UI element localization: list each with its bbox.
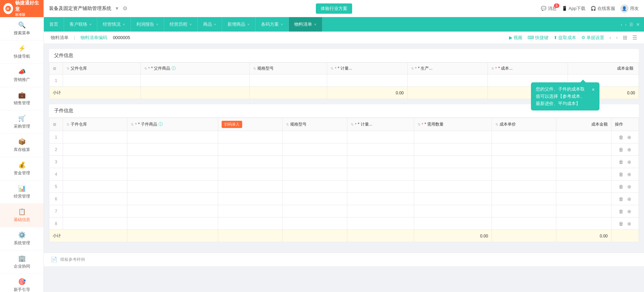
sort-icon[interactable]: ⇅	[411, 67, 414, 70]
child-product-cell-1[interactable]	[127, 131, 218, 143]
sort-icon[interactable]: ⇅	[495, 122, 498, 126]
copy-button-8[interactable]: ⊕	[626, 220, 633, 227]
sort-icon[interactable]: ⇅	[131, 122, 134, 126]
child-warehouse-cell-6[interactable]	[63, 193, 127, 205]
sidebar-item-system[interactable]: ⚙️ 系统管理	[0, 227, 44, 250]
tab-next-icon[interactable]: ›	[624, 22, 628, 27]
sort-icon[interactable]: ⇅	[351, 122, 354, 126]
child-warehouse-cell-8[interactable]	[63, 218, 127, 230]
tab-customer[interactable]: 客户联络 ×	[64, 17, 97, 32]
parent-warehouse-cell[interactable]	[63, 74, 141, 87]
tab-history[interactable]: 经营历程 ×	[164, 17, 197, 32]
child-unit-cost-cell-8[interactable]	[492, 218, 556, 230]
child-unit-cost-cell-4[interactable]	[492, 168, 556, 180]
child-unit-cost-cell-3[interactable]	[492, 156, 556, 168]
sort-icon[interactable]: ⇅	[491, 67, 494, 70]
sidebar-item-quick-nav[interactable]: ⚡ 快捷导航	[0, 40, 44, 64]
nav-prev-button[interactable]: ‹	[609, 35, 611, 40]
sort-icon[interactable]: ⇅	[144, 67, 147, 70]
child-spec-cell-2[interactable]	[283, 143, 347, 156]
grid-view-icon[interactable]: ⊞	[623, 34, 627, 41]
tab-bom[interactable]: 物料清单 ×	[289, 17, 322, 32]
child-spec-cell-1[interactable]	[283, 131, 347, 143]
child-spec-cell-4[interactable]	[283, 168, 347, 180]
sidebar-item-sales[interactable]: 💼 销售管理	[0, 87, 44, 110]
breadcrumb-list[interactable]: 物料清单	[51, 35, 69, 41]
child-quantity-cell-4[interactable]	[414, 168, 492, 180]
settings-icon[interactable]: ⚙	[123, 5, 127, 12]
sort-icon[interactable]: ⇅	[286, 122, 289, 126]
child-quantity-cell-3[interactable]	[414, 156, 492, 168]
trial-button[interactable]: 体验行业方案	[316, 3, 352, 14]
child-quantity-cell-6[interactable]	[414, 193, 492, 205]
child-product-cell-5[interactable]	[127, 180, 218, 193]
child-unit-cost-cell-5[interactable]	[492, 180, 556, 193]
tab-profit-close[interactable]: ×	[156, 22, 158, 26]
child-unit-cost-cell-7[interactable]	[492, 205, 556, 218]
view-video-button[interactable]: ▶ 视频	[509, 35, 522, 41]
copy-button-2[interactable]: ⊕	[626, 146, 633, 153]
list-view-icon[interactable]: ☰	[632, 34, 637, 41]
child-spec-cell-7[interactable]	[283, 205, 347, 218]
delete-button-6[interactable]: 🗑	[617, 196, 625, 202]
app-download-button[interactable]: 📱 App下载	[562, 5, 585, 12]
single-settings-button[interactable]: ⚙ 单据设置	[581, 35, 604, 41]
product-help-icon[interactable]: ⓘ	[172, 66, 176, 71]
child-warehouse-cell-3[interactable]	[63, 156, 127, 168]
delete-button-5[interactable]: 🗑	[617, 183, 625, 190]
child-product-cell-3[interactable]	[127, 156, 218, 168]
message-button[interactable]: 💬 6 消息	[541, 5, 557, 12]
child-unit-cell-4[interactable]	[347, 168, 414, 180]
delete-button-7[interactable]: 🗑	[617, 208, 625, 215]
sort-icon[interactable]: ⇅	[253, 67, 256, 70]
online-service-button[interactable]: 🎧 在线客服	[591, 5, 615, 12]
scan-input-button[interactable]: 扫码录入	[222, 121, 242, 128]
child-warehouse-cell-7[interactable]	[63, 205, 127, 218]
parent-production-cell[interactable]	[407, 74, 487, 87]
tab-barcode-close[interactable]: ×	[281, 22, 283, 26]
child-spec-cell-5[interactable]	[283, 180, 347, 193]
delete-button-8[interactable]: 🗑	[617, 220, 625, 227]
delete-button-1[interactable]: 🗑	[617, 134, 625, 141]
tab-home[interactable]: 首页	[44, 17, 64, 32]
tab-history-close[interactable]: ×	[189, 22, 191, 26]
user-button[interactable]: 👤 用友	[620, 4, 639, 13]
child-product-cell-2[interactable]	[127, 143, 218, 156]
child-quantity-cell-1[interactable]	[414, 131, 492, 143]
sidebar-item-purchase[interactable]: 🛒 采购管理	[0, 110, 44, 134]
child-spec-cell-3[interactable]	[283, 156, 347, 168]
tab-new-goods[interactable]: 新增商品 ×	[222, 17, 255, 32]
child-unit-cost-cell-6[interactable]	[492, 193, 556, 205]
child-unit-cell-6[interactable]	[347, 193, 414, 205]
sidebar-item-guide[interactable]: 🎯 新手引导	[0, 274, 44, 292]
delete-button-2[interactable]: 🗑	[617, 146, 625, 153]
sidebar-item-enterprise[interactable]: 🏢 企业协同	[0, 250, 44, 274]
child-warehouse-cell-4[interactable]	[63, 168, 127, 180]
child-warehouse-cell-5[interactable]	[63, 180, 127, 193]
tab-prev-icon[interactable]: ‹	[619, 22, 623, 27]
tab-bom-close[interactable]: ×	[314, 22, 316, 26]
child-warehouse-cell-2[interactable]	[63, 143, 127, 156]
child-unit-cell-8[interactable]	[347, 218, 414, 230]
delete-button-4[interactable]: 🗑	[617, 171, 625, 178]
tab-goods-close[interactable]: ×	[214, 22, 216, 26]
child-unit-cost-cell-2[interactable]	[492, 143, 556, 156]
sidebar-item-operation[interactable]: 📊 经营管理	[0, 180, 44, 204]
child-product-cell-6[interactable]	[127, 193, 218, 205]
child-spec-cell-8[interactable]	[283, 218, 347, 230]
child-product-cell-8[interactable]	[127, 218, 218, 230]
tab-close-all-icon[interactable]: ✕	[635, 22, 641, 27]
copy-button-1[interactable]: ⊕	[626, 134, 633, 141]
sidebar-item-inventory[interactable]: 📦 库存核算	[0, 134, 44, 157]
tab-customer-close[interactable]: ×	[89, 22, 91, 26]
breadcrumb-edit[interactable]: 物料清单编码	[80, 35, 107, 41]
copy-button-4[interactable]: ⊕	[626, 171, 633, 178]
sort-icon[interactable]: ⇅	[66, 122, 69, 126]
copy-button-5[interactable]: ⊕	[626, 183, 633, 190]
sidebar-item-basic-info[interactable]: 📋 基础信息	[0, 204, 44, 227]
column-settings-icon[interactable]: ⚙	[53, 66, 57, 71]
child-warehouse-cell-1[interactable]	[63, 131, 127, 143]
tab-operation-close[interactable]: ×	[123, 22, 125, 26]
tab-barcode[interactable]: 条码方案 ×	[256, 17, 289, 32]
dropdown-icon[interactable]: ▼	[115, 6, 119, 11]
